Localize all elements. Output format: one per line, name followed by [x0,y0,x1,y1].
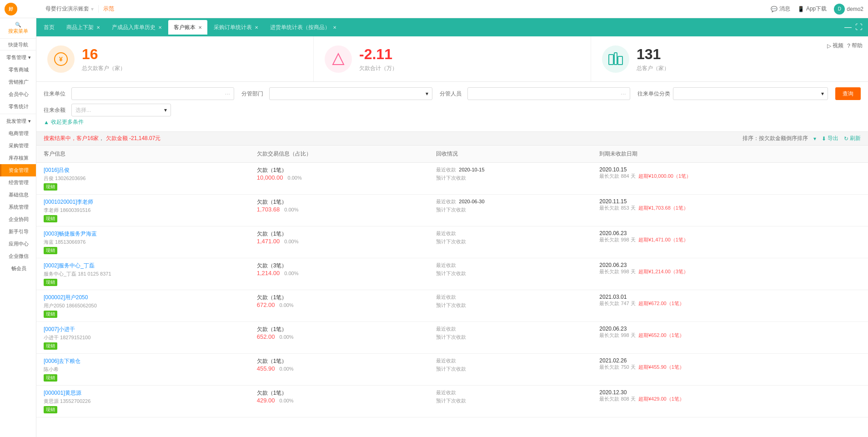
debt-amount-5[interactable]: 652.00 [257,333,275,340]
customer-name-0[interactable]: [0016]吕俊 [44,166,242,174]
overdue-text-1[interactable]: 超期¥1,703.68（1笔） [638,205,688,211]
export-btn[interactable]: ⬇ 导出 [822,135,838,142]
debt-amount-2[interactable]: 1,471.00 [257,238,280,245]
tab-customer-account-close[interactable]: ✕ [198,25,202,30]
overdue-text-5[interactable]: 超期¥652.00（1笔） [638,332,684,338]
debt-label-2: 欠款（1笔） [257,230,421,238]
tab-inbound-stats-close[interactable]: ✕ [333,25,336,30]
customer-name-5[interactable]: [0007]小进干 [44,326,242,333]
customer-name-3[interactable]: [0002]服务中心_丁磊 [44,262,242,270]
tab-inbound-stats[interactable]: 进货单统计表（按商品） ✕ [265,20,342,35]
overdue-text-4[interactable]: 超期¥672.00（1笔） [638,301,684,306]
cell-debt-info-3: 欠款（3笔） 1,214.00 0.00% [250,258,429,290]
filter-input-person[interactable]: ··· [467,87,630,100]
cell-customer-info-1: [0001020001]李老师 李老师 18600391516 现销 [36,195,250,226]
customer-name-7[interactable]: [000001]黄思源 [44,389,242,397]
tab-purchase-stats[interactable]: 采购订单统计表 ✕ [208,20,264,35]
sidebar-item-enterprise-collab[interactable]: 企业协同 [0,213,36,226]
debt-amount-4[interactable]: 672.00 [257,301,275,308]
tab-finished-goods-close[interactable]: ✕ [158,25,162,30]
overdue-text-6[interactable]: 超期¥455.90（1笔） [638,364,684,370]
filter-extra-row: 往来余额 选择... ▾ [44,104,861,116]
cell-recovery-0: 最近收款 2020-10-15 预计下次收款 [429,163,592,195]
customer-name-2[interactable]: [0003]畅捷服务尹海蓝 [44,230,242,238]
customer-meta-0: 吕俊 13026203696 [44,175,242,182]
table-header-row: 客户信息 欠款交易信息（占比） 回收情况 到期未收款日期 [36,146,868,163]
tab-customer-account[interactable]: 客户账本 ✕ [168,20,207,35]
sidebar-item-basic-info[interactable]: 基础信息 [0,189,36,201]
sidebar-item-chang-member[interactable]: 畅会员 [0,262,36,275]
sidebar-item-newbie-guide[interactable]: 新手引导 [0,226,36,238]
sidebar-quick-nav[interactable]: 快捷导航 [0,39,36,49]
sidebar-item-member-center[interactable]: 会员中心 [0,88,36,100]
table-wrapper: 客户信息 欠款交易信息（占比） 回收情况 到期未收款日期 [0016]吕俊 吕俊… [36,146,868,437]
result-bar: 搜索结果中，客户16家， 欠款金额 -21,148.07元 排序：按欠款金额倒序… [36,132,868,146]
sidebar-item-enterprise-wechat[interactable]: 企业微信 [0,250,36,262]
svg-text:¥: ¥ [59,55,63,63]
sidebar-item-app-center[interactable]: 应用中心 [0,238,36,250]
overdue-text-3[interactable]: 超期¥1,214.00（3笔） [638,269,688,274]
sidebar-item-ecommerce[interactable]: 电商管理 [0,127,36,140]
overdue-days-0: 最长欠款 884 天 超期¥10,000.00（1笔） [599,173,861,180]
overdue-text-2[interactable]: 超期¥1,471.00（1笔） [638,237,688,242]
filter-select-dept[interactable]: ▾ [269,87,432,100]
nav-home[interactable]: 示范 [99,5,114,13]
sidebar-item-marketing[interactable]: 营销推广 [0,76,36,88]
customer-name-1[interactable]: [0001020001]李老师 [44,198,242,206]
last-collect-label-5: 最近收款 [436,326,585,332]
app-download-btn[interactable]: 📱 App下载 [798,5,827,13]
tab-home[interactable]: 首页 [38,20,60,35]
tab-goods-listing-close[interactable]: ✕ [96,25,100,30]
sidebar-search[interactable]: 🔍 搜索菜单 [0,18,36,39]
filter-input-client[interactable]: ··· [71,87,234,100]
video-btn[interactable]: ▷ 视频 [827,42,843,50]
sidebar-item-wholesale-mgmt[interactable]: 批发管理 ▾ [0,115,36,127]
collapse-btn[interactable]: ▲ 收起更多条件 [44,118,861,126]
filter-select-category[interactable]: ▾ [673,87,828,100]
debt-amount-7[interactable]: 429.00 [257,397,275,404]
help-btn[interactable]: ? 帮助 [847,42,863,50]
sidebar-item-operations[interactable]: 经营管理 [0,176,36,189]
cell-debt-info-2: 欠款（1笔） 1,471.00 0.00% [250,226,429,258]
filter-label-category: 往来单位分类 [637,90,670,98]
chevron-down-icon-sort[interactable]: ▾ [813,136,816,142]
sidebar-item-retail-stats[interactable]: 零售统计 [0,100,36,113]
sidebar-item-retail-mall[interactable]: 零售商城 [0,64,36,76]
tab-goods-listing[interactable]: 商品上下架 ✕ [61,20,105,35]
cell-due-date-1: 2020.11.15 最长欠款 853 天 超期¥1,703.68（1笔） [592,195,868,226]
next-collect-label-5: 预计下次收款 [436,334,585,341]
th-customer-info: 客户信息 [36,146,250,163]
user-avatar-btn[interactable]: D demo2 [834,4,863,15]
cell-debt-info-0: 欠款（1笔） 10,000.00 0.00% [250,163,429,195]
last-collect-label-1: 最近收款 2020-06-30 [436,198,585,205]
debt-amount-0[interactable]: 10,000.00 [257,174,283,181]
overdue-text-7[interactable]: 超期¥429.00（1笔） [638,396,684,402]
refresh-btn[interactable]: ↻ 刷新 [844,135,861,142]
debt-amount-3[interactable]: 1,214.00 [257,270,280,276]
tab-minimize-btn[interactable]: — [844,23,852,31]
svg-rect-5 [618,56,622,65]
sidebar-item-inventory[interactable]: 库存核算 [0,152,36,164]
tab-finished-goods[interactable]: 产成品入库单历史 ✕ [106,20,167,35]
debt-amount-1[interactable]: 1,703.68 [257,206,280,213]
sidebar-item-purchase-mgmt[interactable]: 采购管理 [0,140,36,152]
table-row: [0016]吕俊 吕俊 13026203696 现销 欠款（1笔） 10,000… [36,163,868,195]
filter-select-balance[interactable]: 选择... ▾ [71,104,171,116]
result-amount-label: 欠款金额 [106,135,128,141]
overdue-text-0[interactable]: 超期¥10,000.00（1笔） [638,173,691,179]
debt-amount-6[interactable]: 455.90 [257,365,275,372]
message-btn[interactable]: 💬 消息 [771,5,790,13]
sidebar-item-system[interactable]: 系统管理 [0,201,36,213]
sidebar-item-retail-mgmt[interactable]: 零售管理 ▾ [0,51,36,64]
store-selector[interactable]: 母婴行业演示账套 ▾ [41,5,99,13]
tab-inbound-stats-label: 进货单统计表（按商品） [270,24,330,31]
sidebar-item-finance[interactable]: 资金管理 [0,164,36,176]
query-button[interactable]: 查询 [835,87,861,100]
cell-customer-info-2: [0003]畅捷服务尹海蓝 海蓝 18513066976 现销 [36,226,250,258]
customer-name-4[interactable]: [000002]用户2050 [44,294,242,301]
customer-name-6[interactable]: [0006]去下粮仓 [44,357,242,365]
overdue-days-4: 最长欠款 747 天 超期¥672.00（1笔） [599,300,861,307]
filter-item-person: 分管人员 ··· [440,87,630,100]
tab-maximize-btn[interactable]: ⛶ [855,23,863,31]
tab-purchase-stats-close[interactable]: ✕ [255,25,258,30]
